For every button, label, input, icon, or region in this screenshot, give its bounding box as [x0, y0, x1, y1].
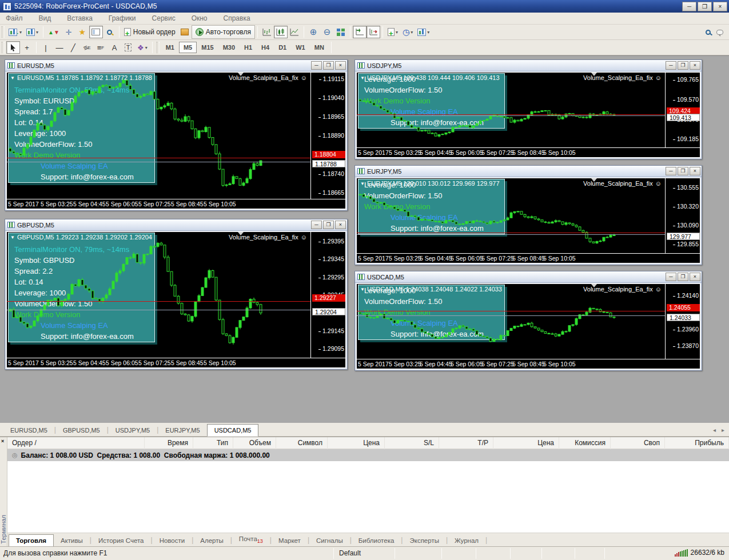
search-icon[interactable] [706, 30, 711, 35]
price-plot[interactable]: TerminalMonitor ON, 79ms, ~14ms Symbol: … [7, 232, 310, 358]
timeframe-m30-button[interactable]: M30 [218, 42, 240, 53]
terminal-tab-library[interactable]: Библиотека [352, 535, 401, 546]
toolbar-grip[interactable] [157, 42, 160, 53]
terminal-tab-history[interactable]: История Счета [91, 535, 151, 546]
zoom-out-button[interactable]: ⊖ [320, 26, 334, 38]
price-plot[interactable]: Leverage: 1000 VolumeOrderFlow: 1.50 Wor… [357, 178, 665, 253]
ea-name-label[interactable]: Volume_Scalping_Ea_fix☺ [583, 74, 662, 81]
close-button[interactable]: × [690, 167, 700, 175]
candlestick-canvas[interactable] [357, 73, 665, 147]
menu-charts[interactable]: Графики [109, 13, 144, 23]
tile-windows-button[interactable] [334, 26, 348, 38]
chart-window-titlebar[interactable]: GBPUSD,M5 ─ ❐ × [5, 219, 347, 231]
navigator-button[interactable]: ★ [75, 26, 89, 38]
data-window-button[interactable]: ✛ [62, 26, 75, 38]
price-scale[interactable]: 1.29395 1.29345 1.29295 1.29245 1.29195 … [310, 232, 345, 358]
terminal-tab-news[interactable]: Новости [153, 535, 192, 546]
market-watch-button[interactable]: ▲ ▼ [46, 26, 62, 38]
chart-tab-usdjpy[interactable]: USDJPY,M5 [109, 425, 157, 436]
terminal-tab-assets[interactable]: Активы [54, 535, 90, 546]
restore-button[interactable]: ❐ [323, 61, 334, 70]
tabs-scroll-right-icon[interactable]: ▸ [722, 427, 724, 433]
candlestick-canvas[interactable] [357, 284, 665, 359]
horizontal-line-tool-button[interactable]: — [53, 41, 66, 54]
trendline-tool-button[interactable]: ╱ [66, 41, 80, 54]
chart-window-titlebar[interactable]: USDCAD,M5 ─ ❐ × [355, 271, 702, 283]
timeframe-d1-button[interactable]: D1 [274, 42, 291, 53]
chart-tab-gbpusd[interactable]: GBPUSD,M5 [56, 425, 107, 436]
arrows-tool-button[interactable]: ❖ ▾ [135, 41, 150, 54]
text-tool-button[interactable]: A [107, 41, 121, 54]
restore-button[interactable]: ❐ [678, 61, 688, 70]
menu-tools[interactable]: Сервис [152, 13, 184, 23]
terminal-tab-journal[interactable]: Журнал [448, 535, 485, 546]
time-axis[interactable]: 5 Sep 2017 5 Sep 03:25 5 Sep 04:45 5 Sep… [357, 147, 700, 157]
column-header-swap[interactable]: Своп [611, 437, 665, 449]
candlestick-canvas[interactable] [7, 73, 310, 199]
new-order-button[interactable]: Новый ордер [122, 26, 178, 38]
price-plot[interactable]: TerminalMonitor ON, 59ms, ~14ms Symbol: … [7, 73, 310, 199]
menu-file[interactable]: Файл [6, 13, 31, 23]
timeframe-w1-button[interactable]: W1 [291, 42, 310, 53]
new-chart-button[interactable]: + ▾ [6, 26, 24, 38]
maximize-button[interactable]: ❐ [698, 2, 712, 11]
time-axis[interactable]: 5 Sep 2017 5 Sep 03:25 5 Sep 04:45 5 Sep… [7, 358, 345, 367]
ea-name-label[interactable]: Volume_Scalping_Ea_fix☺ [583, 180, 662, 187]
candlestick-mode-button[interactable] [274, 26, 288, 38]
templates-button[interactable]: ▾ [415, 26, 432, 38]
minimize-button[interactable]: ─ [666, 273, 676, 281]
channel-tool-button[interactable]: ≡E [80, 41, 94, 54]
chart-window-titlebar[interactable]: EURUSD,M5 ─ ❐ × [5, 60, 347, 71]
minimize-button[interactable]: ─ [682, 2, 696, 11]
restore-button[interactable]: ❐ [678, 167, 688, 175]
close-button[interactable]: × [335, 61, 346, 70]
timeframe-mn-button[interactable]: MN [310, 42, 329, 53]
text-label-tool-button[interactable]: T [121, 41, 135, 54]
metaeditor-button[interactable] [178, 26, 192, 38]
column-header-symbol[interactable]: Символ [276, 437, 328, 449]
profiles-button[interactable]: ▾ [24, 26, 41, 38]
terminal-close-icon[interactable]: × [1, 438, 4, 444]
terminal-tab-mail[interactable]: Почта13 [232, 533, 270, 546]
time-axis[interactable]: 5 Sep 2017 5 Sep 03:25 5 Sep 04:45 5 Sep… [7, 199, 345, 209]
close-button[interactable]: × [690, 61, 700, 70]
window-titlebar[interactable]: 5225094: RoboForex-ProCent - USDCAD,M5 ─… [0, 0, 729, 13]
column-header-order[interactable]: Ордер / [7, 437, 145, 449]
vertical-line-tool-button[interactable]: | [39, 41, 53, 54]
chart-window-titlebar[interactable]: USDJPY,M5 ─ ❐ × [355, 60, 702, 71]
menu-insert[interactable]: Вставка [67, 13, 101, 23]
terminal-tab-trade[interactable]: Торговля [9, 534, 54, 547]
column-header-current-price[interactable]: Цена [493, 437, 559, 449]
toolbar-grip[interactable] [2, 42, 5, 53]
strategy-tester-button[interactable] [103, 26, 117, 38]
time-axis[interactable]: 5 Sep 2017 5 Sep 03:25 5 Sep 04:45 5 Sep… [357, 253, 700, 263]
minimize-button[interactable]: ─ [311, 61, 322, 70]
toolbar-grip[interactable] [2, 26, 5, 38]
ea-name-label[interactable]: Volume_Scalping_Ea_fix☺ [229, 74, 307, 81]
column-header-sl[interactable]: S/L [385, 437, 439, 449]
status-profile[interactable]: Default [339, 549, 361, 557]
column-header-open-price[interactable]: Цена [328, 437, 385, 449]
price-plot[interactable]: Leverage: 1000 VolumeOrderFlow: 1.50 Wor… [357, 73, 665, 147]
menu-view[interactable]: Вид [39, 13, 59, 23]
minimize-button[interactable]: ─ [311, 221, 322, 229]
chart-shift-button[interactable] [367, 26, 380, 38]
chart-window-titlebar[interactable]: EURJPY,M5 ─ ❐ × [355, 166, 702, 177]
minimize-button[interactable]: ─ [666, 167, 676, 175]
zoom-in-button[interactable]: ⊕ [306, 26, 320, 38]
price-plot[interactable]: Leverage: 1000 VolumeOrderFlow: 1.50 Wor… [357, 284, 665, 359]
column-header-type[interactable]: Тип [193, 437, 233, 449]
terminal-tab-market[interactable]: Маркет [272, 535, 308, 546]
restore-button[interactable]: ❐ [678, 273, 688, 281]
terminal-toggle-button[interactable] [89, 26, 103, 38]
column-header-profit[interactable]: Прибыль [665, 437, 729, 449]
menu-window[interactable]: Окно [192, 13, 216, 23]
chart-tab-usdcad[interactable]: USDCAD,M5 [207, 424, 259, 437]
close-button[interactable]: × [335, 221, 346, 229]
periods-button[interactable]: ◷ ▾ [400, 26, 415, 38]
timeframe-h4-button[interactable]: H4 [257, 42, 274, 53]
price-scale[interactable]: 1.19115 1.19040 1.18965 1.18890 1.18815 … [310, 73, 345, 199]
indicators-button[interactable]: ▾ [385, 26, 400, 38]
price-scale[interactable]: 130.555 130.320 130.090 129.855 129.977 [665, 178, 700, 253]
column-header-time[interactable]: Время [145, 437, 193, 449]
